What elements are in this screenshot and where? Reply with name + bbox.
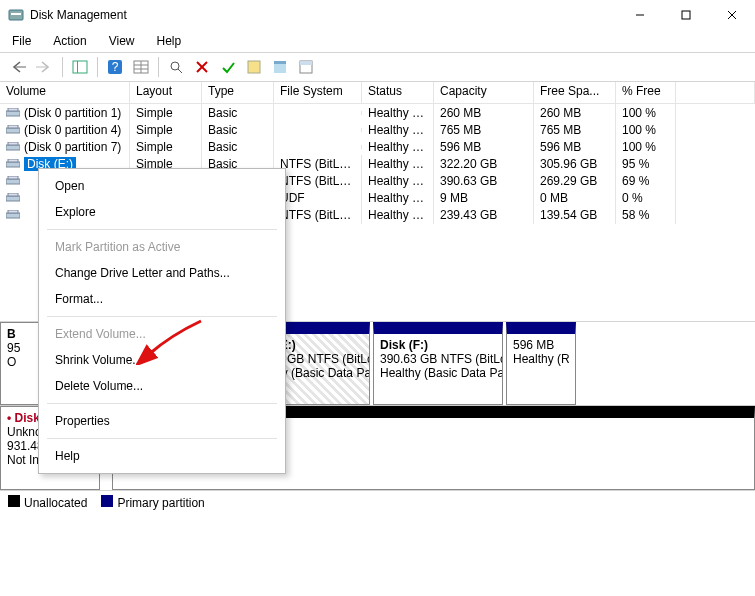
svg-rect-20 — [274, 61, 286, 64]
volume-row[interactable]: (Disk 0 partition 1)SimpleBasicHealthy (… — [0, 104, 755, 121]
svg-rect-6 — [73, 61, 87, 73]
volume-row[interactable]: (Disk 0 partition 4)SimpleBasicHealthy (… — [0, 121, 755, 138]
col-status[interactable]: Status — [362, 82, 434, 103]
ctx-mark: Mark Partition as Active — [39, 234, 285, 260]
col-type[interactable]: Type — [202, 82, 274, 103]
ctx-explore[interactable]: Explore — [39, 199, 285, 225]
cell-capacity: 239.43 GB — [434, 206, 534, 224]
tb-grid[interactable] — [130, 56, 152, 78]
svg-point-14 — [171, 62, 179, 70]
ctx-help[interactable]: Help — [39, 443, 285, 469]
col-capacity[interactable]: Capacity — [434, 82, 534, 103]
ctx-shrink[interactable]: Shrink Volume... — [39, 347, 285, 373]
col-fs[interactable]: File System — [274, 82, 362, 103]
svg-rect-34 — [8, 193, 18, 196]
cell-status: Healthy (P... — [362, 189, 434, 207]
svg-rect-26 — [8, 125, 18, 128]
volume-icon — [6, 193, 20, 203]
menu-action[interactable]: Action — [49, 32, 90, 50]
legend-primary: Primary partition — [101, 495, 204, 510]
svg-rect-31 — [6, 179, 20, 184]
svg-rect-36 — [8, 210, 18, 213]
cell-type: Basic — [202, 138, 274, 156]
cell-capacity: 322.20 GB — [434, 155, 534, 173]
tb-delete[interactable] — [191, 56, 213, 78]
tb-box[interactable] — [69, 56, 91, 78]
svg-rect-28 — [8, 142, 18, 145]
cell-free: 765 MB — [534, 121, 616, 139]
ctx-format[interactable]: Format... — [39, 286, 285, 312]
ctx-open[interactable]: Open — [39, 173, 285, 199]
svg-rect-25 — [6, 128, 20, 133]
close-button[interactable] — [709, 0, 755, 30]
tb-action-1[interactable] — [243, 56, 265, 78]
cell-fs: UDF — [274, 189, 362, 207]
cell-capacity: 596 MB — [434, 138, 534, 156]
svg-rect-33 — [6, 196, 20, 201]
cell-free: 260 MB — [534, 104, 616, 122]
svg-rect-30 — [8, 159, 18, 162]
back-button[interactable] — [8, 56, 30, 78]
svg-rect-32 — [8, 176, 18, 179]
volume-icon — [6, 159, 20, 169]
svg-rect-18 — [248, 61, 260, 73]
tb-check[interactable] — [217, 56, 239, 78]
cell-pct: 95 % — [616, 155, 676, 173]
cell-free: 0 MB — [534, 189, 616, 207]
minimize-button[interactable] — [617, 0, 663, 30]
partition[interactable]: 596 MBHealthy (R — [506, 322, 576, 405]
volume-list-header: Volume Layout Type File System Status Ca… — [0, 82, 755, 104]
cell-fs: NTFS (BitLo... — [274, 172, 362, 190]
tb-help[interactable]: ? — [104, 56, 126, 78]
volume-icon — [6, 125, 20, 135]
ctx-properties[interactable]: Properties — [39, 408, 285, 434]
cell-status: Healthy (E... — [362, 104, 434, 122]
svg-rect-3 — [682, 11, 690, 19]
cell-status: Healthy (B... — [362, 206, 434, 224]
svg-rect-19 — [274, 64, 286, 73]
col-spacer — [676, 82, 755, 103]
cell-pct: 0 % — [616, 189, 676, 207]
cell-fs: NTFS (BitLo... — [274, 206, 362, 224]
cell-capacity: 765 MB — [434, 121, 534, 139]
tb-search[interactable] — [165, 56, 187, 78]
cell-status: Healthy (P... — [362, 155, 434, 173]
svg-rect-29 — [6, 162, 20, 167]
partition-line2: Healthy (R — [513, 352, 569, 366]
svg-rect-7 — [77, 61, 78, 73]
cell-fs — [274, 111, 362, 115]
col-pct[interactable]: % Free — [616, 82, 676, 103]
cell-pct: 100 % — [616, 138, 676, 156]
col-free[interactable]: Free Spa... — [534, 82, 616, 103]
volume-row[interactable]: (Disk 0 partition 7)SimpleBasicHealthy (… — [0, 138, 755, 155]
ctx-delete[interactable]: Delete Volume... — [39, 373, 285, 399]
volume-icon — [6, 108, 20, 118]
maximize-button[interactable] — [663, 0, 709, 30]
cell-layout: Simple — [130, 121, 202, 139]
ctx-change[interactable]: Change Drive Letter and Paths... — [39, 260, 285, 286]
col-layout[interactable]: Layout — [130, 82, 202, 103]
volume-icon — [6, 142, 20, 152]
forward-button[interactable] — [34, 56, 56, 78]
partition[interactable]: Disk (F:)390.63 GB NTFS (BitLockHealthy … — [373, 322, 503, 405]
tb-action-3[interactable] — [295, 56, 317, 78]
titlebar: Disk Management — [0, 0, 755, 30]
cell-free: 269.29 GB — [534, 172, 616, 190]
cell-type: Basic — [202, 104, 274, 122]
app-icon — [8, 7, 24, 23]
cell-free: 305.96 GB — [534, 155, 616, 173]
tb-action-2[interactable] — [269, 56, 291, 78]
partition-line2: Healthy (Basic Data Part — [380, 366, 496, 380]
menubar: File Action View Help — [0, 30, 755, 52]
cell-status: Healthy (R... — [362, 121, 434, 139]
menu-help[interactable]: Help — [153, 32, 186, 50]
cell-layout: Simple — [130, 138, 202, 156]
cell-pct: 100 % — [616, 121, 676, 139]
svg-rect-1 — [11, 13, 21, 15]
cell-pct: 100 % — [616, 104, 676, 122]
menu-file[interactable]: File — [8, 32, 35, 50]
menu-view[interactable]: View — [105, 32, 139, 50]
cell-fs — [274, 145, 362, 149]
col-volume[interactable]: Volume — [0, 82, 130, 103]
volume-name: (Disk 0 partition 4) — [24, 123, 121, 137]
